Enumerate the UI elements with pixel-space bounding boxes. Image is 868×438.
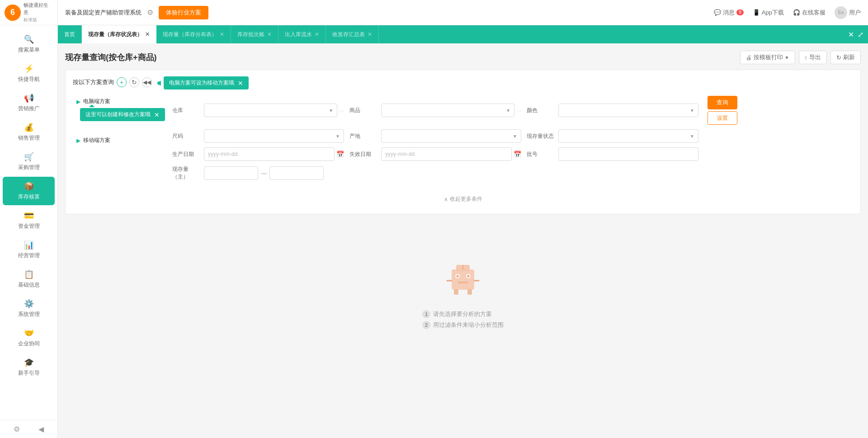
tab-collect[interactable]: 收发存汇总表 ✕ [326,25,379,43]
main-content: 现存量查询(按仓库+商品) 🖨 按模板打印 ▼ ↑ 导出 ↻ 刷新 按以下方案查… [58,43,868,438]
filter-row-2: 尺码 ▼ 产地 ▼ [172,129,853,143]
empty-step-2: 2 用过滤条件来缩小分析范围 [422,321,504,329]
chevron-down-origin-icon: ▼ [513,134,517,139]
tab-flow[interactable]: 出入库流水 ✕ [278,25,326,43]
chevron-down-product-icon: ▼ [506,108,510,113]
filter-row-1: 仓库 ▼ ··· 商品 ▼ [172,96,853,125]
sidebar-item-basicinfo[interactable]: 📋 基础信息 [3,265,55,293]
svg-point-5 [457,275,459,278]
empty-illustration [440,256,486,301]
refresh-scheme-btn[interactable]: ↻ [129,77,139,87]
calendar-prod-icon[interactable]: 📅 [336,151,344,158]
sidebar-item-operations[interactable]: 📊 经营管理 [3,235,55,264]
tab-close-collect[interactable]: ✕ [368,31,372,38]
sidebar-item-guide[interactable]: 🎓 新手引导 [3,353,55,381]
set-btn[interactable]: 设置 [708,111,737,125]
header-gear-icon[interactable]: ⚙ [147,8,153,17]
sidebar-item-finance[interactable]: 💳 资金管理 [3,206,55,235]
add-scheme-btn[interactable]: + [117,77,127,87]
tooltip2-create-scheme: 这里可以创建和修改方案哦 ✕ [80,108,165,121]
empty-step-1: 1 请先选择要分析的方案 [422,310,504,318]
system-icon: ⚙️ [24,299,34,309]
avatar: Ea [835,6,847,19]
sidebar-item-sales[interactable]: 💰 销售管理 [3,118,55,146]
prod-date-input[interactable] [204,147,335,161]
sidebar-item-quicknav[interactable]: ⚡ 快捷导航 [3,59,55,88]
tab-close-stock-status[interactable]: ✕ [145,31,150,38]
page-header: 现存量查询(按仓库+商品) 🖨 按模板打印 ▼ ↑ 导出 ↻ 刷新 [65,51,861,64]
refresh-btn[interactable]: ↻ 刷新 [830,51,861,64]
tab-stock-status[interactable]: 现存量（库存状况表） ✕ [82,25,156,43]
tab-close-stock-dist[interactable]: ✕ [220,31,224,38]
tooltip2-close-btn[interactable]: ✕ [154,111,160,118]
product-select[interactable]: ▼ [381,104,514,117]
filter-section: 按以下方案查询 + ↻ ◀◀ 电脑方案可设为移动方案哦 ✕ [73,75,853,208]
operations-icon: 📊 [24,240,34,250]
purchase-icon: 🛒 [24,152,34,162]
filter-field-batch-no: 批号 [527,147,698,161]
sidebar-item-purchase[interactable]: 🛒 采购管理 [3,147,55,176]
close-all-tabs-btn[interactable]: ✕ [848,30,854,39]
enterprise-icon: 🤝 [24,328,34,338]
user-btn[interactable]: Ea 用户 [835,6,861,19]
trial-btn[interactable]: 体验行业方案 [159,6,208,19]
sidebar-menu: 🔍 搜索菜单 ⚡ 快捷导航 📢 营销推广 💰 销售管理 🛒 采购管理 📦 库存核… [0,25,57,420]
filter-field-product: 商品 ▼ ··· [349,104,521,117]
sidebar-item-warehouse[interactable]: 📦 库存核算 [3,177,55,205]
product-dots[interactable]: ··· [516,107,521,114]
tab-home[interactable]: 首页 [58,25,82,43]
tab-close-batch[interactable]: ✕ [267,31,272,38]
back-scheme-btn[interactable]: ◀◀ [142,77,152,87]
collapse-btn[interactable]: ∧ 收起更多条件 [439,193,488,205]
filter-row-4: 现存量（主） — [172,165,853,181]
origin-select[interactable]: ▼ [381,129,521,143]
sidebar-item-search[interactable]: 🔍 搜索菜单 [3,30,55,58]
tab-close-flow[interactable]: ✕ [315,31,319,38]
stock-qty-max-input[interactable] [269,166,324,180]
maximize-btn[interactable]: ⤢ [858,30,863,39]
expire-date-input[interactable] [381,147,512,161]
filter-panel: 按以下方案查询 + ↻ ◀◀ 电脑方案可设为移动方案哦 ✕ [65,70,861,214]
calendar-expire-icon[interactable]: 📅 [514,151,521,158]
tooltip-desktop-scheme: 电脑方案可设为移动方案哦 ✕ [164,76,249,89]
filter-row-3: 生产日期 📅 失效日期 📅 批号 [172,147,853,161]
app-download-btn[interactable]: 📱 App下载 [753,9,784,17]
filter-field-prod-date: 生产日期 📅 [172,147,344,161]
settings-footer-btn[interactable]: ⚙ [14,425,20,433]
stock-status-select[interactable]: ▼ [558,129,698,143]
tab-stock-dist[interactable]: 现存量（库存分布表） ✕ [156,25,231,43]
export-btn[interactable]: ↑ 导出 [799,51,827,64]
arrow-right-icon-mobile: ▶ [76,137,80,144]
search-btn[interactable]: 查询 [708,96,737,109]
chevron-down-color-icon: ▼ [690,108,694,113]
sidebar-item-system[interactable]: ⚙️ 系统管理 [3,294,55,323]
mobile-scheme-item[interactable]: ▶ 移动端方案 [73,135,165,146]
warehouse-icon: 📦 [24,181,34,191]
tooltip1-close-btn[interactable]: ✕ [238,80,243,87]
filter-field-stock-qty: 现存量（主） — [172,165,344,181]
chevron-down-size-icon: ▼ [335,134,340,139]
basicinfo-icon: 📋 [24,269,34,279]
chevron-down-stockstatus-icon: ▼ [690,134,694,139]
print-btn[interactable]: 🖨 按模板打印 ▼ [740,51,795,64]
page-actions: 🖨 按模板打印 ▼ ↑ 导出 ↻ 刷新 [740,51,861,64]
warehouse-dots[interactable]: ··· [339,107,344,114]
arrow-right-icon: ▶ [76,99,80,105]
size-select[interactable]: ▼ [204,129,344,143]
sidebar-item-enterprise[interactable]: 🤝 企业协同 [3,324,55,352]
tabs-bar: 首页 现存量（库存状况表） ✕ 现存量（库存分布表） ✕ 库存批次账 ✕ 出入库… [58,25,868,43]
message-btn[interactable]: 💬 消息 9 [714,9,744,17]
online-support-btn[interactable]: 🎧 在线客服 [793,9,826,17]
filter-label: 按以下方案查询 [73,78,114,86]
sidebar-item-marketing[interactable]: 📢 营销推广 [3,89,55,117]
marketing-icon: 📢 [24,93,34,103]
batch-no-input[interactable] [558,147,698,161]
warehouse-select[interactable]: ▼ [204,104,337,117]
desktop-scheme-item[interactable]: ▶ 电脑端方案 [73,96,165,107]
color-select[interactable]: ▼ [558,104,698,117]
collapse-sidebar-btn[interactable]: ◀ [38,425,44,433]
header-left: 装备及固定资产辅助管理系统 ⚙ 体验行业方案 [65,6,208,19]
tab-batch[interactable]: 库存批次账 ✕ [231,25,278,43]
chevron-up-icon: ∧ [444,196,448,203]
stock-qty-min-input[interactable] [204,166,258,180]
